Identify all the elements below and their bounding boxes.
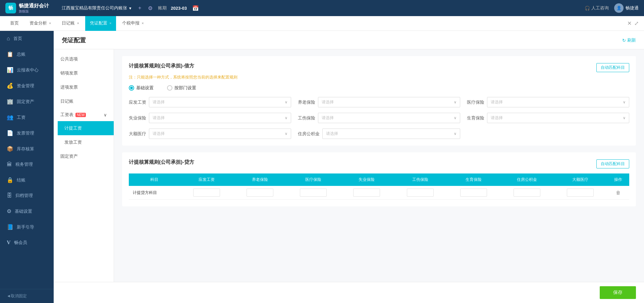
sidebar-item-archive[interactable]: 🗄 归档管理 bbox=[0, 188, 54, 203]
sidebar-item-tax[interactable]: 🏛 税务管理 bbox=[0, 157, 54, 172]
nav-purchase[interactable]: 进项发票 bbox=[54, 80, 114, 94]
tab-home[interactable]: 首页 bbox=[5, 16, 23, 31]
debit-section-title: 计提核算规则(公司承担)-借方 bbox=[129, 63, 194, 69]
sidebar-item-vip[interactable]: V 畅会员 bbox=[0, 235, 54, 250]
sidebar-item-ledger[interactable]: 📋 总账 bbox=[0, 46, 54, 62]
th-unemployment: 失业保险 bbox=[340, 173, 393, 186]
calendar-icon[interactable]: 📅 bbox=[191, 4, 200, 13]
tax-icon: 🏛 bbox=[7, 161, 12, 167]
input-salary[interactable] bbox=[193, 189, 220, 197]
close-tab-finance[interactable]: × bbox=[49, 21, 51, 25]
sidebar-item-salary[interactable]: 👥 工资 bbox=[0, 109, 54, 125]
debit-auto-match-button[interactable]: 自动匹配科目 bbox=[596, 63, 629, 72]
credit-section: 计提核算规则(公司承担)-贷方 自动匹配科目 科目 应发工资 养老保险 医疗保险 bbox=[122, 152, 636, 206]
form-item-maternity: 生育保险 请选择 ∨ bbox=[467, 113, 629, 123]
salary-select[interactable]: 请选择 ∨ bbox=[149, 97, 291, 107]
radio-basic[interactable]: 基础设置 bbox=[129, 85, 154, 91]
nav-sales[interactable]: 销项发票 bbox=[54, 66, 114, 80]
cell-large-medical[interactable] bbox=[553, 186, 607, 200]
sidebar-item-invoice[interactable]: 📄 发票管理 bbox=[0, 125, 54, 141]
credit-auto-match-button[interactable]: 自动匹配科目 bbox=[596, 159, 629, 168]
service-button[interactable]: 🎧 人工咨询 bbox=[585, 5, 609, 11]
settings-button[interactable]: ⚙ bbox=[147, 4, 154, 13]
cell-salary[interactable] bbox=[180, 186, 233, 200]
sidebar-item-funds[interactable]: 💰 资金管理 bbox=[0, 78, 54, 94]
housing-select[interactable]: 请选择 ∨ bbox=[322, 129, 460, 139]
input-unemployment[interactable] bbox=[353, 189, 380, 197]
radio-dept[interactable]: 按部门设置 bbox=[167, 85, 196, 91]
tab-finance[interactable]: 资金分析 × bbox=[25, 16, 56, 31]
large-medical-select[interactable]: 请选择 ∨ bbox=[149, 129, 291, 139]
salary-label: 应发工资 bbox=[129, 99, 146, 105]
sidebar-item-settings[interactable]: ⚙ 基础设置 bbox=[0, 203, 54, 219]
sidebar-item-reports[interactable]: 📊 云报表中心 bbox=[0, 62, 54, 78]
top-center: + ⚙ 账期 2023-03 📅 bbox=[131, 4, 585, 13]
close-tab-voucher[interactable]: × bbox=[109, 21, 111, 25]
nav-fixed-assets[interactable]: 固定资产 bbox=[54, 149, 114, 163]
pension-select[interactable]: 请选择 ∨ bbox=[318, 97, 460, 107]
delete-row-icon[interactable]: 🗑 bbox=[616, 190, 621, 195]
th-medical: 医疗保险 bbox=[287, 173, 340, 186]
tab-bar-actions: ✕ ⤢ bbox=[627, 20, 639, 27]
nav-public[interactable]: 公共选项 bbox=[54, 52, 114, 66]
cell-medical[interactable] bbox=[287, 186, 340, 200]
left-nav: 公共选项 销项发票 进项发票 日记账 工资表 NEW ∨ bbox=[54, 49, 114, 303]
input-housing[interactable] bbox=[514, 189, 540, 197]
tab-tax[interactable]: 个税申报 × bbox=[117, 16, 148, 31]
guide-icon: 📘 bbox=[7, 224, 13, 230]
tab-journal[interactable]: 日记账 × bbox=[57, 16, 84, 31]
sidebar-item-home[interactable]: ⌂ 首页 bbox=[0, 31, 54, 46]
nav-calc-salary[interactable]: 计提工资 bbox=[58, 121, 114, 135]
tab-voucher[interactable]: 凭证配置 × bbox=[85, 16, 116, 31]
company-selector[interactable]: 江西服宝精品有限责任公司内账张 ▾ bbox=[62, 5, 131, 11]
credit-section-title: 计提核算规则(公司承担)-贷方 bbox=[129, 159, 194, 165]
company-dropdown-icon[interactable]: ▾ bbox=[129, 6, 131, 11]
close-window-icon[interactable]: ✕ bbox=[627, 20, 632, 27]
input-pension[interactable] bbox=[247, 189, 273, 197]
expand-icon[interactable]: ⤢ bbox=[634, 20, 639, 27]
injury-select[interactable]: 请选择 ∨ bbox=[318, 113, 460, 123]
debit-warning: 注：只能选择一种方式，系统将按照您当前的选择来配置规则 bbox=[129, 74, 629, 80]
nav-journal[interactable]: 日记账 bbox=[54, 94, 114, 108]
vip-icon: V bbox=[7, 240, 11, 246]
user-info[interactable]: 👤 畅捷通 bbox=[614, 3, 639, 13]
sidebar-item-guide[interactable]: 📘 新手引导 bbox=[0, 219, 54, 235]
radio-basic-circle bbox=[129, 85, 134, 91]
input-large-medical[interactable] bbox=[567, 189, 594, 197]
sidebar-item-inventory[interactable]: 📦 库存核算 bbox=[0, 141, 54, 157]
input-medical[interactable] bbox=[300, 189, 327, 197]
th-injury: 工伤保险 bbox=[393, 173, 447, 186]
unpin-button[interactable]: ◄取消固定 bbox=[0, 289, 54, 303]
unemployment-select[interactable]: 请选择 ∨ bbox=[149, 113, 291, 123]
cell-housing[interactable] bbox=[500, 186, 553, 200]
close-tab-journal[interactable]: × bbox=[77, 21, 79, 25]
input-maternity[interactable] bbox=[460, 189, 487, 197]
refresh-button[interactable]: ↻ 刷新 bbox=[622, 37, 636, 43]
th-pension: 养老保险 bbox=[233, 173, 287, 186]
archive-icon: 🗄 bbox=[7, 193, 12, 199]
maternity-select[interactable]: 请选择 ∨ bbox=[487, 113, 629, 123]
input-injury[interactable] bbox=[407, 189, 434, 197]
nav-pay-salary[interactable]: 发放工资 bbox=[58, 135, 114, 149]
period-label: 账期 bbox=[158, 5, 167, 11]
th-housing: 住房公积金 bbox=[500, 173, 553, 186]
save-button[interactable]: 保存 bbox=[600, 286, 636, 299]
cell-unemployment[interactable] bbox=[340, 186, 393, 200]
cell-maternity[interactable] bbox=[447, 186, 500, 200]
sidebar-item-close[interactable]: 🔒 结账 bbox=[0, 172, 54, 188]
maternity-placeholder: 请选择 bbox=[491, 115, 503, 121]
medical-chevron-icon: ∨ bbox=[623, 100, 626, 104]
sidebar-item-assets[interactable]: 🏢 固定资产 bbox=[0, 94, 54, 109]
close-tab-tax[interactable]: × bbox=[142, 21, 144, 25]
form-item-pension: 养老保险 请选择 ∨ bbox=[298, 97, 460, 107]
medical-select[interactable]: 请选择 ∨ bbox=[487, 97, 629, 107]
user-name: 畅捷通 bbox=[626, 5, 639, 11]
inventory-icon: 📦 bbox=[7, 146, 13, 152]
cell-injury[interactable] bbox=[393, 186, 447, 200]
invoice-icon: 📄 bbox=[7, 130, 13, 136]
cell-pension[interactable] bbox=[233, 186, 287, 200]
medical-label: 医疗保险 bbox=[467, 99, 484, 105]
nav-salary-table[interactable]: 工资表 NEW ∨ bbox=[54, 108, 114, 121]
large-medical-chevron-icon: ∨ bbox=[285, 132, 287, 136]
add-button[interactable]: + bbox=[137, 4, 143, 12]
